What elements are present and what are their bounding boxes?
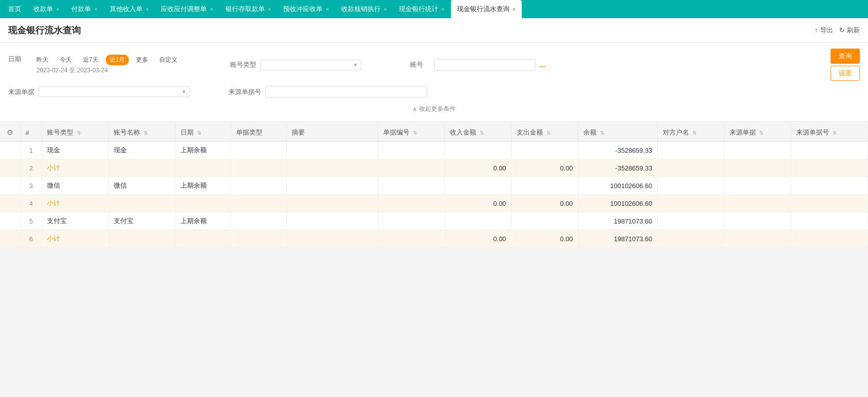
col-source-doc-no[interactable]: 来源单据号 ⇅: [791, 124, 868, 142]
account-type-select[interactable]: ▾: [260, 60, 361, 70]
col-doc-no-label: 单据编号: [383, 128, 409, 136]
col-balance[interactable]: 余额 ⇅: [578, 124, 658, 142]
nav-fukuan-label: 付款单: [71, 5, 91, 14]
nav-other-income-label: 其他收入单: [110, 5, 143, 14]
nav-cash-flow[interactable]: 现金银行流水查询 ×: [451, 0, 522, 18]
cell-source-doc: [724, 177, 791, 195]
col-income-label: 收入金额: [450, 128, 476, 136]
nav-other-income-close[interactable]: ×: [146, 6, 149, 12]
col-account-name[interactable]: 账号名称 ⇅: [109, 124, 175, 142]
table-row: 4小计0.000.00100102606.60: [0, 195, 868, 212]
cell-doc-no: [378, 212, 445, 230]
nav-prepay[interactable]: 预收冲应收单 ×: [277, 0, 335, 18]
collapse-bar[interactable]: ∧ 收起更多条件: [8, 103, 860, 115]
account-type-label: 账号类型: [230, 60, 256, 69]
query-button[interactable]: 查询: [831, 49, 860, 64]
cell-settings: [0, 159, 20, 177]
nav-bank-deposit-close[interactable]: ×: [268, 6, 271, 12]
source-doc-no-input[interactable]: [265, 86, 427, 98]
cell-counterpart: [658, 230, 724, 248]
cell-income: [445, 142, 512, 159]
date-opt-more[interactable]: 更多: [132, 55, 152, 65]
col-counterpart[interactable]: 对方户名 ⇅: [658, 124, 724, 142]
data-table: ⚙ # 账号类型 ⇅ 账号名称 ⇅ 日期 ⇅ 单据类型 摘要 单据编: [0, 124, 868, 248]
source-doc-chevron-icon: ▾: [182, 89, 186, 95]
account-input[interactable]: [434, 59, 535, 71]
sort-icon-expense: ⇅: [546, 130, 551, 136]
nav-bank-deposit-label: 银行存取款单: [225, 5, 265, 14]
filter-row-1: 日期 昨天 今天 近7天 近1月 更多 自定义 2023-02-24 至 202…: [8, 49, 860, 81]
nav-cash-stats[interactable]: 现金银行统计 ×: [393, 0, 450, 18]
nav-shoukuan[interactable]: 收款单 ×: [27, 0, 65, 18]
sort-icon-account-type: ⇅: [77, 130, 81, 136]
cell-account-name: 现金: [109, 142, 175, 159]
col-income[interactable]: 收入金额 ⇅: [445, 124, 512, 142]
settings-gear-icon[interactable]: ⚙: [7, 128, 13, 137]
cell-doc-no: [378, 195, 445, 212]
cell-idx: 2: [20, 159, 42, 177]
nav-home[interactable]: 首页: [2, 0, 27, 18]
nav-fukuan-close[interactable]: ×: [94, 6, 97, 12]
cell-summary: [287, 212, 378, 230]
col-account-type[interactable]: 账号类型 ⇅: [42, 124, 109, 142]
cell-account-type: 小计: [42, 230, 109, 248]
header-actions: ↑ 导出 ↻ 刷新: [815, 26, 860, 35]
cell-summary: [287, 142, 378, 159]
col-account-name-label: 账号名称: [114, 128, 140, 136]
sort-icon-source-doc-no: ⇅: [833, 130, 837, 136]
table-row: 1现金现金上期余额-3528659.33: [0, 142, 868, 159]
date-opt-yesterday[interactable]: 昨天: [32, 55, 53, 65]
date-opt-custom[interactable]: 自定义: [155, 55, 181, 65]
date-opt-1month[interactable]: 近1月: [106, 55, 129, 65]
col-source-doc[interactable]: 来源单据 ⇅: [724, 124, 791, 142]
col-idx: #: [20, 124, 42, 142]
refresh-icon: ↻: [839, 26, 845, 34]
cell-account-name: [109, 195, 175, 212]
col-doc-no[interactable]: 单据编号 ⇅: [378, 124, 445, 142]
refresh-button[interactable]: ↻ 刷新: [839, 26, 860, 35]
cell-account-type: 现金: [42, 142, 109, 159]
account-ellipsis[interactable]: ...: [539, 60, 546, 69]
nav-other-income[interactable]: 其他收入单 ×: [104, 0, 155, 18]
date-options: 昨天 今天 近7天 近1月 更多 自定义: [32, 55, 181, 65]
col-settings[interactable]: ⚙: [0, 124, 20, 142]
nav-fukuan[interactable]: 付款单 ×: [65, 0, 103, 18]
nav-cash-stats-close[interactable]: ×: [441, 6, 444, 12]
date-opt-today[interactable]: 今天: [56, 55, 76, 65]
nav-shoukuan-close[interactable]: ×: [56, 6, 59, 12]
date-label: 日期: [8, 55, 28, 64]
sort-icon-doc-no: ⇅: [413, 130, 417, 136]
col-date[interactable]: 日期 ⇅: [175, 124, 231, 142]
cell-expense: [512, 177, 578, 195]
table-row: 6小计0.000.0019871073.60: [0, 230, 868, 248]
nav-prepay-close[interactable]: ×: [326, 6, 329, 12]
cell-counterpart: [658, 212, 724, 230]
nav-cash-flow-close[interactable]: ×: [513, 6, 516, 12]
nav-collection-close[interactable]: ×: [384, 6, 387, 12]
cell-balance: 19871073.60: [578, 230, 658, 248]
col-date-label: 日期: [180, 128, 194, 136]
nav-cash-stats-label: 现金银行统计: [399, 5, 438, 14]
export-button[interactable]: ↑ 导出: [815, 26, 834, 35]
date-opt-7days[interactable]: 近7天: [79, 55, 103, 65]
cell-counterpart: [658, 142, 724, 159]
col-source-doc-label: 来源单据: [729, 128, 756, 136]
nav-bank-deposit[interactable]: 银行存取款单 ×: [219, 0, 277, 18]
nav-collection[interactable]: 收款核销执行 ×: [335, 0, 393, 18]
nav-adjustment[interactable]: 应收应付调整单 ×: [155, 0, 219, 18]
filter-row-2: 来源单据 ▾ 来源单据号: [8, 86, 860, 98]
col-expense[interactable]: 支出金额 ⇅: [512, 124, 578, 142]
cell-doc-no: [378, 142, 445, 159]
cell-doc-no: [378, 230, 445, 248]
nav-adjustment-close[interactable]: ×: [210, 6, 213, 12]
cell-balance: -3528659.33: [578, 159, 658, 177]
cell-source-doc-no: [791, 159, 868, 177]
settings-button[interactable]: 设置: [831, 66, 860, 81]
cell-counterpart: [658, 177, 724, 195]
cell-settings: [0, 230, 20, 248]
cell-account-type: 微信: [42, 177, 109, 195]
cell-income: [445, 177, 512, 195]
source-doc-select[interactable]: ▾: [38, 86, 190, 97]
cell-balance: -3528659.33: [578, 142, 658, 159]
cell-balance: 100102606.60: [578, 195, 658, 212]
